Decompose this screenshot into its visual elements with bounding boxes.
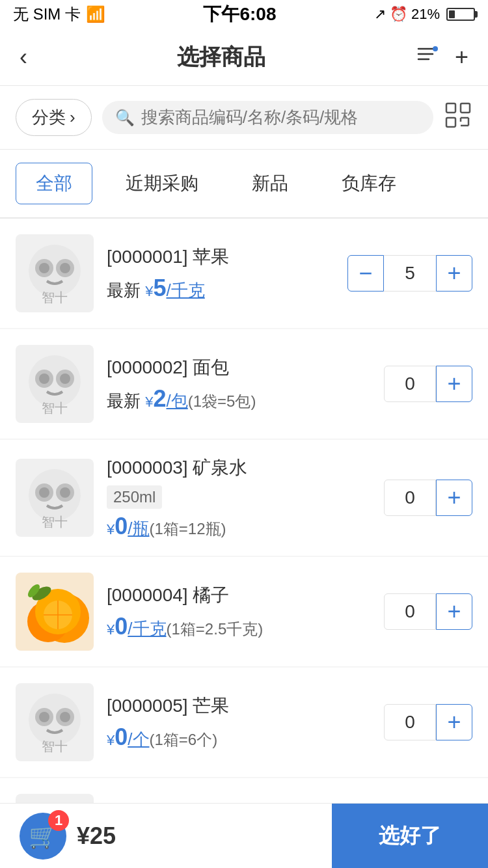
product-image: 智十	[16, 459, 94, 537]
quantity-input[interactable]	[384, 480, 436, 516]
cart-section: 🛒 1 ¥25	[0, 813, 332, 860]
product-price: ¥0/个(1箱=6个)	[107, 724, 371, 751]
tab-negative[interactable]: 负库存	[321, 163, 416, 204]
filter-icon[interactable]	[416, 42, 439, 72]
category-button[interactable]: 分类 ›	[16, 99, 92, 136]
quantity-control: +	[384, 593, 472, 630]
svg-point-14	[39, 263, 49, 273]
svg-point-40	[39, 712, 49, 722]
svg-point-3	[433, 46, 438, 51]
nav-bar: ‹ 选择商品 +	[0, 29, 488, 86]
product-info: [0000005] 芒果 ¥0/个(1箱=6个)	[107, 694, 371, 751]
tabs-row: 全部 近期采购 新品 负库存	[0, 150, 488, 219]
page-title: 选择商品	[177, 42, 265, 72]
product-list: 智十 [0000001] 苹果 最新 ¥5/千克 − +	[0, 219, 488, 868]
product-image: 智十	[16, 683, 94, 761]
svg-point-15	[60, 263, 70, 273]
product-info: [0000003] 矿泉水 250ml ¥0/瓶(1箱=12瓶)	[107, 455, 371, 540]
product-image	[16, 573, 94, 651]
svg-rect-4	[446, 103, 455, 113]
quantity-plus-button[interactable]: +	[436, 366, 472, 402]
product-image: 智十	[16, 234, 94, 312]
svg-point-27	[60, 487, 70, 498]
quantity-control: +	[384, 366, 472, 402]
add-icon[interactable]: +	[455, 44, 468, 71]
product-info: [0000004] 橘子 ¥0/千克(1箱=2.5千克)	[107, 583, 371, 640]
placeholder-logo: 智十	[16, 345, 94, 423]
product-name: [0000003] 矿泉水	[107, 455, 371, 480]
placeholder-logo: 智十	[16, 683, 94, 761]
nav-actions: +	[416, 42, 468, 72]
placeholder-logo: 智十	[16, 234, 94, 312]
svg-text:智十: 智十	[42, 739, 68, 753]
svg-rect-5	[446, 118, 455, 127]
back-button[interactable]: ‹	[20, 44, 27, 71]
product-name: [0000005] 芒果	[107, 694, 371, 718]
svg-point-26	[39, 487, 49, 498]
list-item: 智十 [0000003] 矿泉水 250ml ¥0/瓶(1箱=12瓶) +	[0, 440, 488, 556]
quantity-plus-button[interactable]: +	[436, 255, 472, 292]
quantity-input[interactable]	[384, 593, 436, 630]
product-price: ¥0/千克(1箱=2.5千克)	[107, 613, 371, 640]
status-carrier: 无 SIM 卡 📶	[13, 4, 105, 25]
search-icon: 🔍	[115, 109, 135, 127]
quantity-control: +	[384, 480, 472, 516]
product-price: 最新 ¥5/千克	[107, 275, 334, 302]
list-item: 智十 [0000002] 面包 最新 ¥2/包(1袋=5包) +	[0, 329, 488, 439]
product-info: [0000001] 苹果 最新 ¥5/千克	[107, 245, 334, 302]
wifi-icon: 📶	[86, 5, 105, 23]
quantity-plus-button[interactable]: +	[436, 704, 472, 740]
location-icon: ↗	[374, 6, 386, 23]
tab-recent[interactable]: 近期采购	[105, 163, 219, 204]
product-image: 智十	[16, 345, 94, 423]
quantity-control: +	[384, 704, 472, 740]
chevron-right-icon: ›	[70, 107, 75, 128]
product-name: [0000004] 橘子	[107, 583, 371, 608]
status-bar: 无 SIM 卡 📶 下午6:08 ↗ ⏰ 21%	[0, 0, 488, 29]
quantity-plus-button[interactable]: +	[436, 480, 472, 516]
battery-percent: 21%	[411, 6, 440, 23]
cart-badge: 1	[48, 810, 69, 831]
svg-rect-6	[461, 103, 470, 113]
placeholder-logo: 智十	[16, 459, 94, 537]
quantity-input[interactable]	[384, 366, 436, 402]
product-info: [0000002] 面包 最新 ¥2/包(1袋=5包)	[107, 355, 371, 413]
scan-icon[interactable]	[444, 101, 472, 135]
search-input[interactable]	[141, 107, 420, 128]
quantity-input[interactable]	[384, 704, 436, 740]
alarm-icon: ⏰	[390, 6, 407, 23]
search-input-wrap: 🔍	[102, 101, 433, 134]
search-row: 分类 › 🔍	[0, 86, 488, 150]
cart-total: ¥25	[77, 822, 116, 850]
tab-all[interactable]: 全部	[16, 163, 92, 204]
product-name: [0000002] 面包	[107, 355, 371, 380]
bottom-bar: 🛒 1 ¥25 选好了	[0, 803, 488, 868]
status-time: 下午6:08	[203, 2, 276, 27]
battery-icon	[446, 8, 475, 21]
quantity-plus-button[interactable]: +	[436, 593, 472, 630]
svg-point-41	[60, 712, 70, 722]
confirm-button[interactable]: 选好了	[332, 804, 488, 869]
svg-point-20	[39, 373, 49, 384]
product-spec: 250ml	[107, 485, 162, 509]
status-indicators: ↗ ⏰ 21%	[374, 6, 475, 23]
cart-icon-wrap[interactable]: 🛒 1	[20, 813, 66, 860]
quantity-input[interactable]	[384, 255, 436, 292]
quantity-control: − +	[347, 255, 472, 292]
product-price: 最新 ¥2/包(1袋=5包)	[107, 385, 371, 413]
list-item: [0000004] 橘子 ¥0/千克(1箱=2.5千克) +	[0, 557, 488, 666]
svg-text:智十: 智十	[42, 515, 68, 529]
svg-text:智十: 智十	[42, 290, 68, 305]
quantity-minus-button[interactable]: −	[347, 255, 384, 292]
svg-text:智十: 智十	[42, 401, 68, 415]
svg-point-21	[60, 373, 70, 384]
list-item: 智十 [0000005] 芒果 ¥0/个(1箱=6个) +	[0, 668, 488, 777]
product-price: ¥0/瓶(1箱=12瓶)	[107, 513, 371, 540]
tab-new[interactable]: 新品	[232, 163, 308, 204]
product-name: [0000001] 苹果	[107, 245, 334, 269]
list-item: 智十 [0000001] 苹果 最新 ¥5/千克 − +	[0, 219, 488, 328]
